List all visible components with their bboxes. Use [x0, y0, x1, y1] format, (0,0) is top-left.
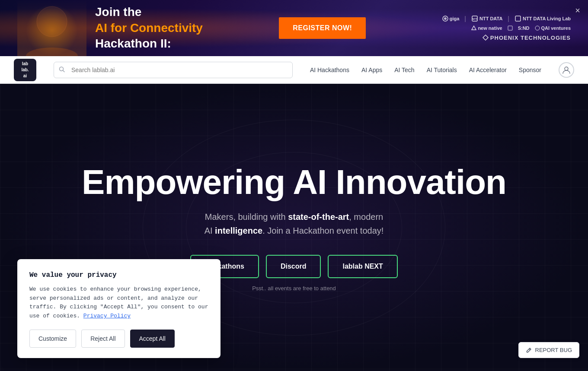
nav-link-hackathons[interactable]: AI Hackathons — [310, 67, 349, 73]
report-bug-label: REPORT BUG — [535, 347, 572, 353]
banner-cta-section: REGISTER NOW! — [279, 17, 366, 39]
hero-subtitle-line2-suffix: . Join a Hackathon event today! — [262, 226, 383, 235]
main-nav-links: AI Hackathons AI Apps AI Tech AI Tutoria… — [310, 67, 541, 73]
banner-title-line1: Join the — [95, 5, 141, 19]
pencil-icon — [526, 347, 532, 353]
svg-point-3 — [444, 17, 447, 20]
banner-title-line3: Hackathon II: — [95, 37, 171, 50]
svg-point-12 — [565, 67, 568, 70]
cookie-consent-banner: We value your privacy We use cookies to … — [17, 259, 220, 358]
user-avatar-button[interactable] — [559, 62, 574, 78]
cookie-banner-title: We value your privacy — [29, 271, 208, 279]
hero-subtitle-prefix: Makers, building with — [205, 212, 288, 222]
discord-button[interactable]: Discord — [266, 255, 321, 278]
banner-left-section: Join the AI for Connectivity Hackathon I… — [17, 0, 203, 56]
hero-title: Empowering AI Innovation — [82, 163, 506, 201]
search-bar-container — [54, 62, 293, 78]
sponsors-row-3: PHOENIX TECHNOLOGIES — [482, 34, 571, 41]
banner-sponsors: giga | NTT NTT DATA | NTT DATA Living La… — [442, 15, 571, 41]
hero-subtitle-bold: state-of-the-art — [288, 212, 349, 222]
promotional-banner: Join the AI for Connectivity Hackathon I… — [0, 0, 588, 56]
sponsor-qai: QAI ventures — [535, 25, 571, 31]
svg-rect-6 — [515, 16, 521, 21]
sponsor-divider-1: | — [464, 15, 466, 22]
nav-link-accelerator[interactable]: AI Accelerator — [469, 67, 507, 73]
hero-subtitle-line2: AI intelligence. Join a Hackathon event … — [205, 226, 384, 235]
banner-person-image-left — [17, 0, 86, 56]
lablab-next-button[interactable]: lablab NEXT — [328, 255, 397, 278]
banner-close-button[interactable]: × — [572, 4, 584, 16]
sponsors-row-2: new native S:ND QAI ventures — [471, 25, 571, 31]
banner-title: Join the AI for Connectivity Hackathon I… — [95, 4, 203, 51]
svg-rect-8 — [508, 26, 512, 30]
sponsor-nttdata: NTT NTT DATA — [471, 15, 502, 22]
svg-point-0 — [26, 48, 78, 56]
sponsor-snd — [508, 25, 513, 31]
hero-subtitle: Makers, building with state-of-the-art, … — [82, 210, 506, 238]
svg-line-11 — [63, 70, 65, 72]
svg-point-9 — [535, 26, 540, 30]
logo-text: lab lab. ai — [21, 61, 29, 79]
customize-button[interactable]: Customize — [29, 330, 76, 348]
svg-marker-7 — [472, 26, 476, 30]
svg-point-1 — [37, 6, 67, 37]
svg-text:NTT: NTT — [472, 18, 477, 20]
site-logo[interactable]: lab lab. ai — [14, 59, 36, 81]
report-bug-button[interactable]: REPORT BUG — [518, 342, 579, 358]
nav-link-sponsor[interactable]: Sponsor — [519, 67, 541, 73]
sponsor-nttdata-living: NTT DATA Living Lab — [514, 15, 571, 22]
privacy-policy-link[interactable]: Privacy Policy — [83, 313, 131, 319]
sponsors-row-1: giga | NTT NTT DATA | NTT DATA Living La… — [442, 15, 571, 22]
navbar: lab lab. ai AI Hackathons AI Apps AI Tec… — [0, 56, 588, 84]
banner-title-line2: AI for Connectivity — [95, 21, 203, 35]
hero-subtitle-suffix: , modern — [349, 212, 383, 222]
hero-section: Empowering AI Innovation Makers, buildin… — [0, 84, 588, 371]
reject-all-button[interactable]: Reject All — [81, 330, 125, 348]
cookie-banner-body: We use cookies to enhance your browsing … — [29, 285, 208, 321]
nav-link-apps[interactable]: AI Apps — [361, 67, 382, 73]
search-icon — [59, 66, 65, 73]
nav-link-tech[interactable]: AI Tech — [394, 67, 414, 73]
hero-subtitle-intelligence: ntelligence — [217, 226, 262, 235]
register-now-button[interactable]: REGISTER NOW! — [279, 17, 366, 39]
sponsor-phoenix: PHOENIX TECHNOLOGIES — [482, 34, 571, 41]
cookie-action-buttons: Customize Reject All Accept All — [29, 330, 208, 348]
sponsor-newnative: new native — [471, 25, 502, 31]
svg-line-13 — [529, 349, 530, 350]
accept-all-button[interactable]: Accept All — [130, 330, 175, 348]
sponsor-divider-2: | — [508, 15, 509, 22]
sponsor-giga: giga — [442, 16, 460, 22]
sponsor-snd-text: S:ND — [518, 25, 530, 31]
search-input[interactable] — [54, 62, 293, 78]
nav-link-tutorials[interactable]: AI Tutorials — [427, 67, 457, 73]
